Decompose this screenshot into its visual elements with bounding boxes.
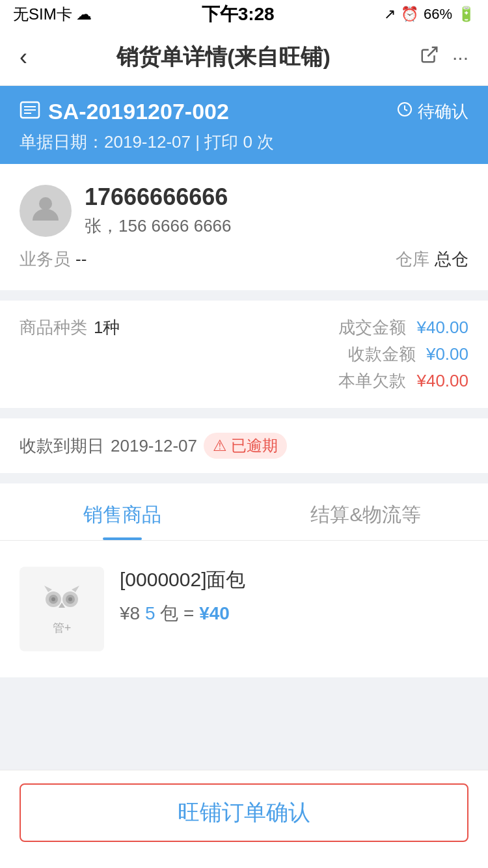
due-date-value: 2019-12-07 (111, 436, 197, 456)
equal-sign: = (183, 603, 199, 623)
share-icon[interactable] (420, 45, 439, 69)
svg-point-11 (51, 597, 55, 601)
amounts-right: 成交金额 ¥40.00 收款金额 ¥0.00 本单欠款 ¥40.00 (338, 316, 468, 392)
transaction-amount-row: 成交金额 ¥40.00 (338, 316, 468, 339)
order-id-text: SA-20191207-002 (48, 99, 229, 124)
overdue-badge: ⚠ 已逾期 (204, 433, 287, 459)
product-name: [0000002]面包 (120, 567, 468, 593)
status-label: 待确认 (418, 100, 468, 123)
due-date-label: 收款到期日 (20, 435, 104, 457)
order-id-row: SA-20191207-002 (20, 99, 229, 124)
location-icon: ↗ (384, 6, 396, 23)
product-thumbnail: 管+ (20, 567, 104, 651)
tab-products[interactable]: 销售商品 (0, 483, 244, 540)
tabs-container: 销售商品 结算&物流等 (0, 483, 488, 541)
received-amount-row: 收款金额 ¥0.00 (348, 343, 468, 366)
product-unit: 包 (160, 603, 178, 623)
nav-bar: ‹ 销货单详情(来自旺铺) ··· (0, 29, 488, 86)
transaction-label: 成交金额 (338, 316, 406, 339)
order-header: SA-20191207-002 待确认 单据日期：2019-12-07 | 打印… (0, 86, 488, 164)
warning-icon: ⚠ (213, 437, 227, 455)
product-list: 管+ [0000002]面包 ¥8 5 包 = ¥40 (0, 541, 488, 677)
received-label: 收款金额 (348, 343, 416, 366)
amounts-card: 商品种类 1种 成交金额 ¥40.00 收款金额 ¥0.00 本单欠款 ¥40.… (0, 301, 488, 408)
logo-text: 管+ (53, 620, 72, 636)
product-types: 商品种类 1种 (20, 316, 120, 339)
svg-point-12 (68, 597, 72, 601)
product-types-value: 1种 (94, 316, 120, 339)
customer-phone: 17666666666 (85, 183, 232, 211)
confirm-button[interactable]: 旺铺订单确认 (20, 783, 468, 842)
warehouse-label: 仓库 (396, 248, 429, 271)
owed-value: ¥40.00 (416, 371, 468, 391)
svg-marker-14 (44, 586, 52, 592)
tab-settlement[interactable]: 结算&物流等 (244, 483, 488, 540)
due-date-card: 收款到期日 2019-12-07 ⚠ 已逾期 (0, 418, 488, 473)
svg-marker-15 (72, 586, 79, 592)
status-left: 无SIM卡 ☁ (13, 4, 92, 25)
tab-settlement-label: 结算&物流等 (310, 504, 421, 525)
tab-products-label: 销售商品 (83, 504, 161, 525)
product-price-row: ¥8 5 包 = ¥40 (120, 601, 468, 626)
product-types-label: 商品种类 (20, 316, 87, 339)
order-status: 待确认 (397, 100, 468, 123)
salesperson-value: -- (75, 249, 87, 269)
product-qty: 5 (145, 603, 156, 623)
salesperson-label: 业务员 (20, 248, 70, 271)
nav-actions: ··· (420, 45, 468, 69)
product-total: ¥40 (199, 603, 230, 623)
owed-label: 本单欠款 (338, 370, 406, 392)
received-value: ¥0.00 (426, 344, 468, 364)
warehouse-value: 总仓 (435, 248, 468, 271)
transaction-value: ¥40.00 (416, 318, 468, 338)
product-logo: 管+ (39, 583, 85, 636)
customer-name: 张，156 6666 6666 (85, 215, 232, 237)
product-price: ¥8 (120, 603, 140, 623)
status-right: ↗ ⏰ 66% 🔋 (384, 6, 475, 23)
overdue-label: 已逾期 (231, 435, 278, 456)
more-icon[interactable]: ··· (452, 46, 468, 68)
owed-amount-row: 本单欠款 ¥40.00 (338, 370, 468, 392)
battery-icon: 🔋 (457, 6, 475, 23)
alarm-icon: ⏰ (401, 6, 418, 23)
product-item: 管+ [0000002]面包 ¥8 5 包 = ¥40 (20, 554, 468, 664)
product-info: [0000002]面包 ¥8 5 包 = ¥40 (120, 567, 468, 626)
avatar (20, 185, 72, 237)
page-title: 销货单详情(来自旺铺) (116, 42, 331, 72)
order-date: 单据日期：2019-12-07 | 打印 0 次 (20, 131, 468, 154)
order-icon (20, 99, 40, 124)
back-button[interactable]: ‹ (20, 44, 27, 71)
battery-status: 66% (424, 6, 452, 23)
bottom-bar: 旺铺订单确认 (0, 770, 488, 868)
status-bar: 无SIM卡 ☁ 下午3:28 ↗ ⏰ 66% 🔋 (0, 0, 488, 29)
svg-line-0 (427, 47, 437, 57)
sim-status: 无SIM卡 ☁ (13, 4, 92, 25)
svg-point-6 (39, 197, 52, 210)
status-time: 下午3:28 (202, 2, 275, 27)
customer-info-card: 17666666666 张，156 6666 6666 业务员 -- 仓库 总仓 (0, 164, 488, 290)
user-icon (30, 192, 61, 230)
clock-icon (397, 102, 413, 122)
